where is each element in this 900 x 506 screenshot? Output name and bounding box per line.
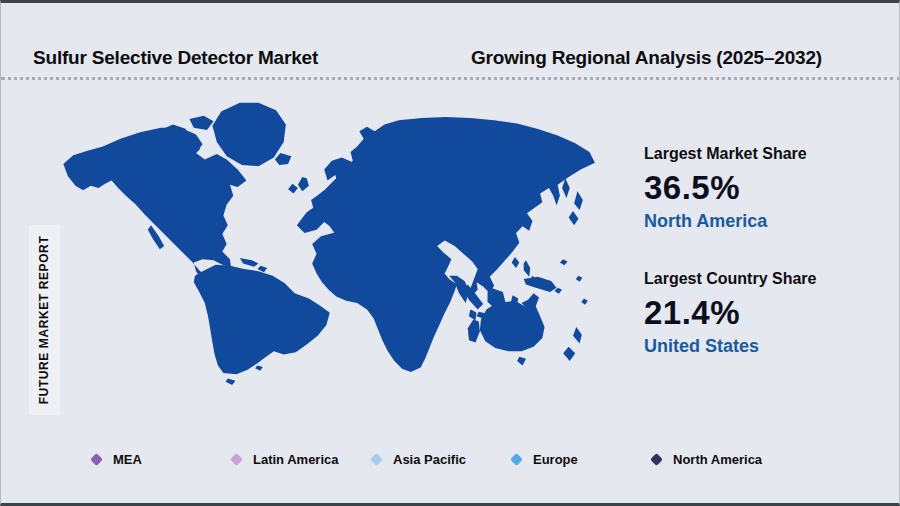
header-divider <box>1 77 900 80</box>
map-madagascar <box>468 319 480 342</box>
legend-dot-asia-pacific <box>370 453 383 466</box>
stat-region: United States <box>644 335 894 357</box>
legend-item-north-america: North America <box>652 452 792 467</box>
map-japan <box>562 178 583 225</box>
legend-item-asia-pacific: Asia Pacific <box>372 452 512 467</box>
map-british-isles <box>288 177 309 193</box>
map-tasmania <box>517 357 526 366</box>
page-title: Sulfur Selective Detector Market <box>33 47 318 69</box>
map-iceland <box>275 153 291 165</box>
legend-item-latin-america: Latin America <box>232 452 372 467</box>
stat-label: Largest Market Share <box>644 145 894 163</box>
infographic-canvas: { "header": { "title_left": "Sulfur Sele… <box>0 0 900 506</box>
world-map-landmasses <box>63 103 595 385</box>
legend-dot-europe <box>510 453 523 466</box>
map-new-guinea <box>524 277 557 292</box>
legend-item-mea: MEA <box>92 452 232 467</box>
stat-largest-market-share: Largest Market Share 36.5% North America <box>644 145 894 232</box>
legend-dot-latin-america <box>230 453 243 466</box>
stat-region: North America <box>644 210 894 232</box>
world-map <box>59 95 607 407</box>
legend-dot-mea <box>90 453 103 466</box>
legend-label: MEA <box>113 452 142 467</box>
legend-label: Europe <box>533 452 578 467</box>
legend-item-europe: Europe <box>512 452 652 467</box>
legend-label: Latin America <box>253 452 339 467</box>
stat-largest-country-share: Largest Country Share 21.4% United State… <box>644 270 894 357</box>
stat-label: Largest Country Share <box>644 270 894 288</box>
map-pacific-islands <box>554 259 587 304</box>
map-new-zealand <box>563 327 582 361</box>
legend-label: North America <box>673 452 762 467</box>
stat-value: 21.4% <box>644 295 894 331</box>
stat-value: 36.5% <box>644 170 894 206</box>
legend-dot-north-america <box>650 453 663 466</box>
map-greenland <box>212 103 285 166</box>
map-legend: MEA Latin America Asia Pacific Europe No… <box>92 452 792 467</box>
map-south-america <box>194 265 330 374</box>
stats-column: Largest Market Share 36.5% North America… <box>644 145 894 357</box>
map-sri-lanka <box>469 310 477 321</box>
page-subtitle: Growing Regional Analysis (2025–2032) <box>471 47 822 69</box>
legend-label: Asia Pacific <box>393 452 466 467</box>
brand-vertical-text: FUTURE MARKET REPORT <box>37 231 53 409</box>
